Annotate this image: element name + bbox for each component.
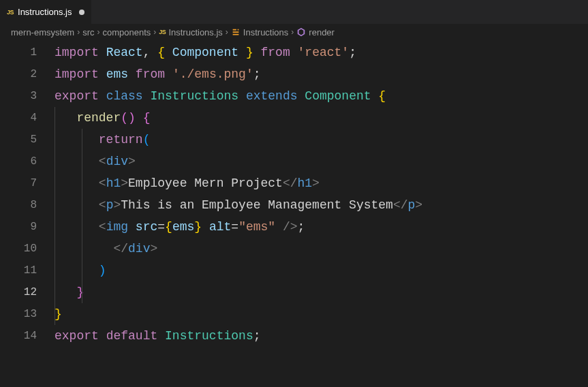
modified-indicator-icon <box>79 10 84 15</box>
line-number: 10 <box>0 238 37 260</box>
chevron-right-icon: › <box>291 27 294 37</box>
class-icon <box>231 27 241 37</box>
code-line: <img src={ems} alt="ems" />; <box>55 216 588 238</box>
chevron-right-icon: › <box>153 27 156 37</box>
line-number: 9 <box>0 216 37 238</box>
breadcrumb-item[interactable]: mern-emsystem <box>11 27 74 37</box>
line-number: 12 <box>0 281 37 303</box>
breadcrumb-item[interactable]: Instructions.js <box>168 27 222 37</box>
code-line: } <box>55 281 588 303</box>
breadcrumb[interactable]: mern-emsystem › src › components › JS In… <box>0 24 588 40</box>
line-number: 6 <box>0 151 37 172</box>
tab-bar: JS Instructions.js <box>0 0 588 24</box>
editor-tab[interactable]: JS Instructions.js <box>0 0 92 24</box>
js-file-icon: JS <box>7 9 14 16</box>
breadcrumb-item[interactable]: Instructions <box>243 27 288 37</box>
chevron-right-icon: › <box>77 27 80 37</box>
code-content[interactable]: import React, { Component } from 'react'… <box>55 42 588 347</box>
code-line: export default Instructions; <box>55 325 588 347</box>
code-line: </div> <box>55 238 588 260</box>
code-line: <p>This is an Employee Management System… <box>55 194 588 216</box>
code-editor[interactable]: 1 2 3 4 5 6 7 8 9 10 11 12 13 14 import … <box>0 40 588 347</box>
breadcrumb-item[interactable]: src <box>82 27 94 37</box>
line-gutter: 1 2 3 4 5 6 7 8 9 10 11 12 13 14 <box>0 42 55 347</box>
code-line: import ems from './ems.png'; <box>55 63 588 85</box>
chevron-right-icon: › <box>226 27 228 37</box>
indent-guide <box>55 107 55 325</box>
code-line: return( <box>55 129 588 151</box>
line-number: 14 <box>0 325 37 347</box>
code-line: import React, { Component } from 'react'… <box>55 42 588 63</box>
line-number: 2 <box>0 63 37 85</box>
line-number: 4 <box>0 107 37 129</box>
code-line: <h1>Employee Mern Project</h1> <box>55 172 588 194</box>
line-number: 8 <box>0 194 37 216</box>
line-number: 1 <box>0 42 37 63</box>
breadcrumb-item[interactable]: components <box>103 27 151 37</box>
breadcrumb-item[interactable]: render <box>309 27 335 37</box>
code-line: } <box>55 303 588 325</box>
line-number: 3 <box>0 85 37 107</box>
indent-guide <box>82 129 82 303</box>
code-line: export class Instructions extends Compon… <box>55 85 588 107</box>
line-number: 5 <box>0 129 37 151</box>
line-number: 11 <box>0 260 37 281</box>
code-line: <div> <box>55 151 588 172</box>
code-line: render() { <box>55 107 588 129</box>
line-number: 7 <box>0 172 37 194</box>
js-file-icon: JS <box>159 29 166 35</box>
code-line: ) <box>55 260 588 281</box>
chevron-right-icon: › <box>97 27 100 37</box>
line-number: 13 <box>0 303 37 325</box>
tab-filename: Instructions.js <box>18 7 72 17</box>
method-icon <box>296 27 306 37</box>
